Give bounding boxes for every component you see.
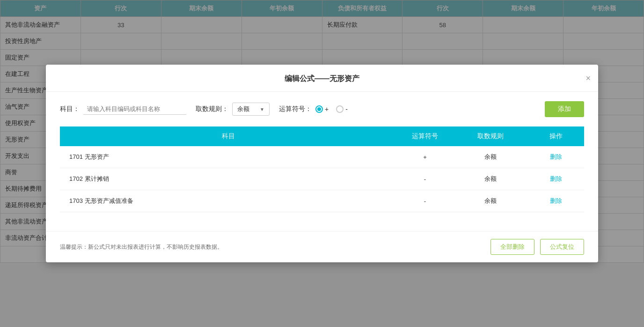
- row2-subject: 1702 累计摊销: [60, 168, 397, 190]
- row3-rule: 余额: [453, 190, 528, 212]
- delete-button-row2[interactable]: 删除: [550, 175, 562, 182]
- radio-group: + -: [315, 105, 348, 113]
- modal-footer: 温馨提示：新公式只对未出报表进行计算，不影响历史报表数据。 全部删除 公式复位: [46, 231, 598, 262]
- th-action: 操作: [528, 126, 584, 146]
- form-row: 科目： 取数规则： 余额 ▼ 运算符号：: [60, 101, 584, 117]
- radio-plus-circle: [315, 105, 323, 113]
- row1-operator: +: [397, 146, 453, 168]
- row2-action: 删除: [528, 168, 584, 190]
- row3-action: 删除: [528, 190, 584, 212]
- rule-select[interactable]: 余额 ▼: [232, 103, 270, 116]
- footer-buttons: 全部删除 公式复位: [490, 239, 584, 255]
- table-row: 1703 无形资产减值准备 - 余额 删除: [60, 190, 584, 212]
- data-table: 科目 运算符号 取数规则 操作 1701 无形资产 + 余额 删除: [60, 126, 584, 212]
- delete-button-row3[interactable]: 删除: [550, 197, 562, 204]
- chevron-down-icon: ▼: [260, 107, 264, 112]
- th-operator: 运算符号: [397, 126, 453, 146]
- row3-operator: -: [397, 190, 453, 212]
- row2-rule: 余额: [453, 168, 528, 190]
- operator-group: 运算符号： + -: [279, 105, 348, 113]
- subject-label: 科目：: [60, 105, 80, 113]
- modal-dialog: 编辑公式——无形资产 × 科目： 取数规则： 余额 ▼: [46, 65, 598, 262]
- add-button[interactable]: 添加: [545, 101, 584, 117]
- row1-action: 删除: [528, 146, 584, 168]
- rule-group: 取数规则： 余额 ▼: [196, 103, 270, 116]
- th-rule: 取数规则: [453, 126, 528, 146]
- radio-minus[interactable]: -: [336, 105, 348, 113]
- rule-select-value: 余额: [237, 105, 255, 113]
- modal-title: 编辑公式——无形资产: [285, 74, 359, 82]
- tip-text: 温馨提示：新公式只对未出报表进行计算，不影响历史报表数据。: [60, 243, 223, 251]
- operator-label: 运算符号：: [279, 105, 312, 113]
- radio-minus-circle: [336, 105, 344, 113]
- radio-plus[interactable]: +: [315, 105, 329, 113]
- row2-operator: -: [397, 168, 453, 190]
- table-row: 1701 无形资产 + 余额 删除: [60, 146, 584, 168]
- radio-minus-label: -: [345, 105, 348, 113]
- subject-group: 科目：: [60, 104, 186, 115]
- modal-body: 科目： 取数规则： 余额 ▼ 运算符号：: [46, 92, 598, 231]
- modal-close-button[interactable]: ×: [585, 74, 591, 82]
- radio-plus-label: +: [325, 105, 329, 113]
- modal-header: 编辑公式——无形资产 ×: [46, 65, 598, 92]
- subject-input[interactable]: [83, 104, 186, 115]
- table-row: 1702 累计摊销 - 余额 删除: [60, 168, 584, 190]
- modal-overlay: 编辑公式——无形资产 × 科目： 取数规则： 余额 ▼: [0, 0, 644, 327]
- reset-formula-button[interactable]: 公式复位: [540, 239, 584, 255]
- row3-subject: 1703 无形资产减值准备: [60, 190, 397, 212]
- row1-subject: 1701 无形资产: [60, 146, 397, 168]
- delete-button-row1[interactable]: 删除: [550, 153, 562, 160]
- delete-all-button[interactable]: 全部删除: [490, 239, 534, 255]
- th-subject: 科目: [60, 126, 397, 146]
- rule-label: 取数规则：: [196, 105, 228, 113]
- row1-rule: 余额: [453, 146, 528, 168]
